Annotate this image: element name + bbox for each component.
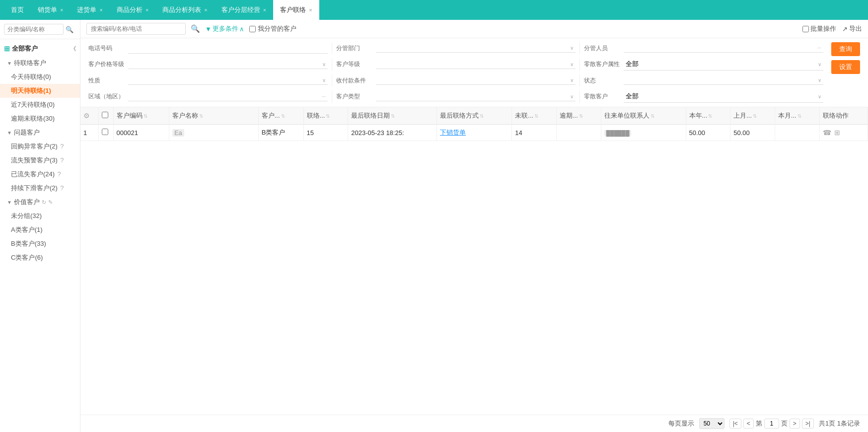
nav-customer-contact[interactable]: 客户联络 × xyxy=(273,0,319,20)
total-records-label: 共1页 1条记录 xyxy=(819,419,860,428)
sidebar-item-declining[interactable]: 持续下滑客户(2) ? xyxy=(0,181,80,195)
next-page-button[interactable]: > xyxy=(790,419,800,429)
customer-type-select[interactable]: ∨ xyxy=(376,92,576,101)
cell-checkbox xyxy=(98,125,113,141)
sidebar-group-pending[interactable]: ▼ 待联络客户 xyxy=(0,56,80,70)
col-last-contact-date: 最后联络日期⇅ xyxy=(348,107,437,125)
search-input[interactable] xyxy=(86,23,186,35)
sidebar-item-a-class[interactable]: A类客户(1) xyxy=(0,223,80,237)
person-select[interactable]: ··· xyxy=(624,44,823,53)
customer-type-label: 客户类型 xyxy=(336,92,376,101)
status-select[interactable]: ∨ xyxy=(624,76,823,85)
sidebar-item-7days[interactable]: 近7天待联络(0) xyxy=(0,98,80,112)
filter-cell-customer-type: 客户类型 ∨ xyxy=(336,92,576,101)
more-conditions-button[interactable]: ▼ 更多条件 ∧ xyxy=(205,24,244,33)
nav-product-analysis[interactable]: 商品分析 × xyxy=(110,0,155,20)
sort-icon: ⇅ xyxy=(651,113,654,119)
per-page-select[interactable]: 50 100 200 xyxy=(699,418,724,429)
my-customers-checkbox-label[interactable]: 我分管的客户 xyxy=(249,24,296,33)
retail-attr-label: 零散客户属性 xyxy=(584,60,624,69)
last-page-button[interactable]: >| xyxy=(802,419,814,429)
chevron-down-icon: ∨ xyxy=(818,77,821,83)
sidebar-item-b-class[interactable]: B类客户(33) xyxy=(0,237,80,251)
col-code: 客户编码⇅ xyxy=(113,107,169,125)
sidebar-item-c-class[interactable]: C类客户(6) xyxy=(0,251,80,265)
sort-icon: ⇅ xyxy=(579,113,583,119)
advanced-filter-panel: 电话号码 分管部门 ∨ 分管人员 xyxy=(80,38,868,107)
contact-method-link[interactable]: 下销货单 xyxy=(440,129,466,136)
sidebar-item-overdue[interactable]: 逾期未联络(30) xyxy=(0,112,80,126)
nav-purchase-order[interactable]: 进货单 × xyxy=(70,0,109,20)
content-area: 🔍 ▼ 更多条件 ∧ 我分管的客户 批量操作 ↗ 导出 xyxy=(80,20,868,432)
retail-attr-select[interactable]: 全部 ∨ xyxy=(624,58,823,71)
phone-input[interactable] xyxy=(128,43,328,54)
nav-home[interactable]: 首页 xyxy=(4,0,31,20)
edit-icon[interactable]: ✎ xyxy=(48,199,53,206)
grid-action-icon[interactable]: ⊞ xyxy=(834,129,840,137)
filter-row-1: 电话号码 分管部门 ∨ 分管人员 xyxy=(88,42,823,54)
query-button[interactable]: 查询 xyxy=(831,42,860,56)
close-icon[interactable]: × xyxy=(263,7,266,13)
sidebar-item-churn-warning[interactable]: 流失预警客户(3) ? xyxy=(0,153,80,167)
first-page-button[interactable]: |< xyxy=(729,419,741,429)
sidebar-item-today[interactable]: 今天待联络(0) xyxy=(0,70,80,84)
cell-level: B类客户 xyxy=(258,125,303,141)
dept-select[interactable]: ∨ xyxy=(376,44,576,53)
filter-cell-price-level: 客户价格等级 ∨ xyxy=(88,60,328,69)
close-icon[interactable]: × xyxy=(99,7,102,13)
action-buttons-column: 查询 设置 xyxy=(831,42,860,103)
export-button[interactable]: ↗ 导出 xyxy=(842,24,862,33)
filter-cell-phone: 电话号码 xyxy=(88,43,328,54)
cell-overdue xyxy=(557,125,601,141)
set-button[interactable]: 设置 xyxy=(831,60,860,74)
sidebar-item-ungrouped[interactable]: 未分组(32) xyxy=(0,209,80,223)
batch-operation-button[interactable]: 批量操作 xyxy=(802,24,836,33)
sidebar-search-icon[interactable]: 🔍 xyxy=(66,26,73,33)
batch-op-checkbox[interactable] xyxy=(802,26,809,32)
sidebar-list: ⊞ 全部客户 《 ▼ 待联络客户 今天待联络(0) 明天待联络(1) 近7天待联… xyxy=(0,39,80,432)
row-checkbox[interactable] xyxy=(102,129,108,135)
col-no-contact: 未联...⇅ xyxy=(512,107,557,125)
chevron-down-icon: ∨ xyxy=(322,62,326,67)
close-icon[interactable]: × xyxy=(60,7,63,13)
phone-action-icon[interactable]: ☎ xyxy=(823,129,831,137)
filter-cell-dept: 分管部门 ∨ xyxy=(336,44,576,53)
person-label: 分管人员 xyxy=(584,44,624,53)
chevron-down-icon: ∨ xyxy=(570,77,574,83)
sidebar-item-churned[interactable]: 已流失客户(24) ? xyxy=(0,167,80,181)
close-icon[interactable]: × xyxy=(145,7,148,13)
retail-select[interactable]: 全部 ∨ xyxy=(624,90,823,103)
close-icon[interactable]: × xyxy=(204,7,207,13)
chevron-down-icon: ∨ xyxy=(322,77,326,83)
refresh-icon[interactable]: ↻ xyxy=(42,199,46,206)
close-icon[interactable]: × xyxy=(309,7,312,13)
sidebar-item-tomorrow[interactable]: 明天待联络(1) xyxy=(0,84,80,98)
nav-sales-order[interactable]: 销货单 × xyxy=(31,0,70,20)
nav-customer-segment[interactable]: 客户分层经营 × xyxy=(215,0,273,20)
sidebar-item-repurchase-abnormal[interactable]: 回购异常客户(2) ? xyxy=(0,140,80,153)
payment-select[interactable]: ∨ xyxy=(376,76,576,85)
page-navigation: |< < 第 页 > >| xyxy=(729,419,814,429)
payment-label: 收付款条件 xyxy=(336,76,376,85)
region-input[interactable]: ··· xyxy=(128,92,328,101)
col-action: 联络动作 xyxy=(819,107,868,125)
sidebar-group-problem[interactable]: ▼ 问题客户 xyxy=(0,126,80,140)
sidebar-search-input[interactable] xyxy=(4,24,64,35)
price-level-select[interactable]: ∨ xyxy=(128,60,328,69)
cell-name: Ea xyxy=(169,125,258,141)
sidebar-all-customers[interactable]: ⊞ 全部客户 《 xyxy=(0,41,80,56)
customer-level-select[interactable]: ∨ xyxy=(376,60,576,69)
filter-row-2: 客户价格等级 ∨ 客户等级 ∨ xyxy=(88,58,823,71)
settings-icon[interactable]: ⚙ xyxy=(83,112,90,120)
my-customers-checkbox[interactable] xyxy=(249,26,256,32)
page-number-input[interactable] xyxy=(764,419,779,429)
nav-product-analysis-list[interactable]: 商品分析列表 × xyxy=(155,0,214,20)
col-overdue: 逾期...⇅ xyxy=(557,107,601,125)
prev-page-button[interactable]: < xyxy=(743,419,754,429)
select-all-checkbox[interactable] xyxy=(102,112,108,118)
search-button[interactable]: 🔍 xyxy=(191,24,200,33)
nature-select[interactable]: ∨ xyxy=(128,76,328,85)
triangle-down-icon: ▼ xyxy=(7,200,12,205)
sidebar-group-value[interactable]: ▼ 价值客户 ↻ ✎ xyxy=(0,195,80,209)
col-last-contact-method: 最后联络方式⇅ xyxy=(436,107,511,125)
